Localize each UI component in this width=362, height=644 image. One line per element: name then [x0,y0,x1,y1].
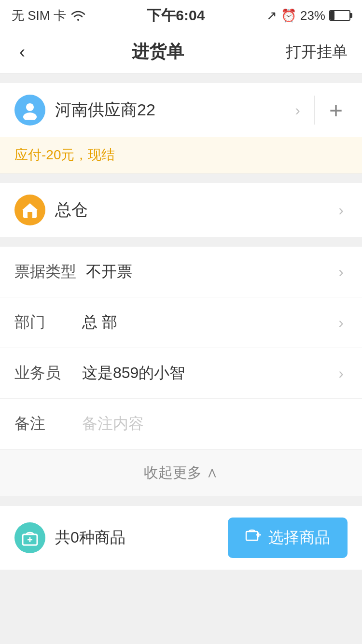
status-bar: 无 SIM 卡 下午6:04 ↗ ⏰ 23% [0,0,362,31]
page-title: 进货单 [132,40,184,64]
supplier-row[interactable]: 河南供应商22 › + [0,83,362,137]
back-button[interactable]: ‹ [14,37,30,67]
open-pending-button[interactable]: 打开挂单 [286,42,348,63]
form-section: 票据类型 不开票 › 部门 总 部 › 业务员 这是859的小智 › 备注 备注… [0,247,362,449]
status-time: 下午6:04 [147,6,205,26]
wifi-icon [71,10,85,21]
warehouse-name: 总仓 [55,199,338,221]
department-row[interactable]: 部门 总 部 › [0,297,362,348]
cart-plus-icon [245,529,263,543]
invoice-type-label: 票据类型 [14,261,76,282]
gap-1 [0,73,362,83]
remark-row[interactable]: 备注 备注内容 [0,399,362,449]
status-right: ↗ ⏰ 23% [266,8,350,23]
salesperson-row[interactable]: 业务员 这是859的小智 › [0,348,362,399]
select-product-button[interactable]: 选择商品 [228,518,348,558]
svg-marker-3 [22,203,38,210]
department-label: 部门 [14,312,72,333]
department-chevron-icon: › [338,314,344,332]
carrier-text: 无 SIM 卡 [12,7,66,24]
gap-2 [0,173,362,183]
svg-point-0 [26,103,34,111]
gap-4 [0,496,362,506]
invoice-type-row[interactable]: 票据类型 不开票 › [0,247,362,297]
gap-3 [0,237,362,247]
remark-label: 备注 [14,413,72,434]
notice-banner: 应付-20元，现结 [0,137,362,173]
salesperson-value: 这是859的小智 [72,363,338,384]
location-icon: ↗ [266,8,277,23]
invoice-type-value: 不开票 [76,261,338,282]
battery-icon [329,10,350,21]
supplier-name: 河南供应商22 [55,99,295,121]
svg-point-1 [23,112,37,120]
supplier-chevron-icon: › [295,101,300,119]
supplier-divider [314,96,315,125]
product-count-text: 共0种商品 [55,527,228,548]
warehouse-row[interactable]: 总仓 › [0,183,362,237]
collapse-bar[interactable]: 收起更多 ∧ [0,449,362,496]
salesperson-chevron-icon: › [338,364,344,382]
nav-bar: ‹ 进货单 打开挂单 [0,31,362,73]
remark-input[interactable]: 备注内容 [72,413,348,434]
shopping-bag-icon [21,530,39,546]
svg-rect-8 [246,532,258,540]
supplier-avatar [14,95,45,126]
salesperson-label: 业务员 [14,363,72,384]
supplier-section: 河南供应商22 › + 应付-20元，现结 [0,83,362,173]
bottom-bar: 共0种商品 选择商品 [0,506,362,570]
product-count-icon-wrap [14,522,45,553]
collapse-label: 收起更多 ∧ [144,464,218,480]
status-left: 无 SIM 卡 [12,7,85,24]
svg-rect-4 [28,212,32,218]
invoice-type-chevron-icon: › [338,263,344,281]
person-icon [20,100,40,120]
battery-percent: 23% [300,8,325,23]
add-supplier-button[interactable]: + [324,97,348,124]
select-product-label: 选择商品 [268,527,330,548]
department-value: 总 部 [72,312,338,333]
alarm-icon: ⏰ [281,8,296,23]
warehouse-chevron-icon: › [338,201,344,219]
warehouse-section: 总仓 › [0,183,362,237]
warehouse-icon [21,201,39,219]
notice-text: 应付-20元，现结 [14,147,115,162]
warehouse-icon-wrap [14,195,45,225]
select-product-icon [245,529,263,547]
